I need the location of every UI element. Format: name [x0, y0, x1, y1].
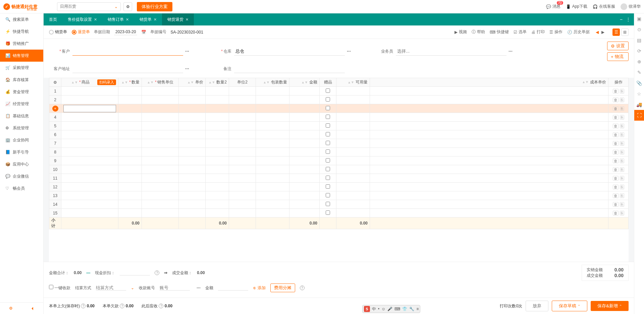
gift-checkbox[interactable]	[326, 123, 330, 128]
table-row[interactable]: 13🗑⎘	[49, 191, 629, 200]
toolbar-历史单据[interactable]: 🕘历史单据	[567, 29, 590, 35]
col-cost[interactable]: ▲▼成本单价	[370, 78, 608, 87]
tab-3[interactable]: 销货单✕	[134, 13, 162, 25]
sidebar-item-12[interactable]: 📦应用中心	[0, 158, 43, 170]
delete-row-icon[interactable]: 🗑	[613, 176, 619, 181]
customer-lookup-icon[interactable]: ⋯	[185, 49, 189, 54]
gift-checkbox[interactable]	[326, 176, 330, 180]
gift-checkbox[interactable]	[326, 210, 330, 215]
delete-row-icon[interactable]: 🗑	[613, 132, 619, 137]
right-item-truck[interactable]: 🚚	[634, 99, 644, 110]
close-icon[interactable]: ✕	[154, 17, 157, 22]
table-row[interactable]: 4🗑⎘	[49, 113, 629, 122]
toolbar-打印[interactable]: 🖨打印	[531, 29, 545, 35]
gift-checkbox[interactable]	[326, 115, 330, 119]
delete-row-icon[interactable]: 🗑	[613, 167, 619, 172]
product-cell-input[interactable]	[63, 105, 116, 112]
ime-tool-icon[interactable]: 🔧	[409, 307, 414, 311]
collapse-gear-icon[interactable]: ⚙	[9, 306, 13, 311]
copy-row-icon[interactable]: ⎘	[620, 106, 624, 111]
close-icon[interactable]: ✕	[126, 17, 129, 22]
delete-row-icon[interactable]: 🗑	[613, 159, 619, 163]
right-item-expand[interactable]: ⛶	[634, 110, 644, 121]
right-item-1[interactable]: ▣	[634, 13, 644, 24]
settings-gear-button[interactable]: ⚙	[123, 2, 132, 11]
col-amount[interactable]: ▲▼金额	[289, 78, 320, 87]
toolbar-帮助[interactable]: ⓘ帮助	[472, 29, 485, 35]
sidebar-item-0[interactable]: 🔍搜索菜单	[0, 13, 43, 25]
scan-button[interactable]: 扫码录入	[97, 79, 116, 85]
toolbar-快捷键[interactable]: ⌨快捷键	[490, 29, 509, 35]
ime-mic-icon[interactable]: 🎤	[387, 307, 392, 311]
account-input[interactable]	[160, 285, 190, 291]
toolbar-视频[interactable]: ▶视频	[454, 29, 467, 35]
copy-row-icon[interactable]: ⎘	[620, 193, 624, 198]
delete-row-icon[interactable]: 🗑	[613, 115, 619, 120]
table-row[interactable]: 6🗑⎘	[49, 130, 629, 139]
app-download[interactable]: 📱 App下载	[566, 4, 587, 9]
user-menu[interactable]: 徐泽华	[621, 3, 641, 10]
copy-row-icon[interactable]: ⎘	[620, 132, 624, 137]
delete-row-icon[interactable]: 🗑	[613, 141, 619, 146]
discount-input[interactable]	[120, 270, 150, 275]
table-row[interactable]: 5🗑⎘	[49, 122, 629, 130]
gift-checkbox[interactable]	[326, 158, 330, 163]
gift-checkbox[interactable]	[326, 167, 330, 171]
col-product[interactable]: ▲▼*商品扫码录入	[61, 78, 118, 87]
ime-emoji-icon[interactable]: ☺	[381, 307, 385, 311]
tab-2[interactable]: 销售订单✕	[102, 13, 134, 25]
table-row[interactable]: 2🗑⎘	[49, 96, 629, 104]
table-row[interactable]: 8🗑⎘	[49, 148, 629, 156]
help-icon[interactable]: ?	[300, 286, 305, 290]
abandon-button[interactable]: 放弃	[526, 301, 548, 311]
delete-row-icon[interactable]: 🗑	[613, 106, 619, 111]
message-button[interactable]: 💬 消息 70	[546, 4, 560, 9]
right-item-2[interactable]: ⊙	[634, 24, 644, 35]
sidebar-item-9[interactable]: ⚙系统管理	[0, 122, 43, 134]
sidebar-item-8[interactable]: 📋基础信息	[0, 110, 43, 122]
toolbar-选单[interactable]: ☑选单	[514, 29, 527, 35]
tab-close-all[interactable]: −	[620, 17, 623, 22]
delete-row-icon[interactable]: 🗑	[613, 202, 619, 207]
ime-menu-icon[interactable]: ≡	[416, 307, 419, 311]
sidebar-item-5[interactable]: 🏠库存核算	[0, 74, 43, 86]
col-packqty[interactable]: ▲▼包装数量	[256, 78, 289, 87]
ime-keyboard-icon[interactable]: ⌨	[394, 307, 400, 311]
onekey-checkbox[interactable]: 一键收款	[49, 285, 70, 291]
radio-sales[interactable]: 销货单	[49, 29, 67, 35]
copy-row-icon[interactable]: ⎘	[620, 167, 624, 172]
delete-row-icon[interactable]: 🗑	[613, 98, 619, 102]
calendar-icon[interactable]: 📅	[141, 30, 146, 35]
tab-options[interactable]: ⋮	[626, 17, 631, 22]
col-qty2[interactable]: ▲▼数量2	[206, 78, 229, 87]
tab-4[interactable]: 销货退货✕	[162, 13, 194, 25]
sidebar-item-1[interactable]: ⚡快捷导航	[0, 25, 43, 38]
salesperson-input[interactable]	[396, 47, 506, 56]
copy-row-icon[interactable]: ⎘	[620, 89, 624, 93]
save-new-button[interactable]: 保存&新增⌃	[591, 301, 629, 311]
address-input[interactable]	[72, 64, 183, 73]
delete-row-icon[interactable]: 🗑	[613, 193, 619, 198]
address-lookup-icon[interactable]: ⋯	[185, 66, 189, 71]
date-value[interactable]: 2023-03-20	[114, 29, 137, 35]
gift-checkbox[interactable]	[326, 97, 330, 102]
help-icon[interactable]: ?	[120, 304, 124, 308]
gift-checkbox[interactable]	[326, 149, 330, 154]
sidebar-item-10[interactable]: 🏢企业协同	[0, 134, 43, 146]
right-item-6[interactable]: ✎	[634, 67, 644, 78]
save-draft-button[interactable]: 保存草稿⌃	[552, 301, 587, 311]
copy-row-icon[interactable]: ⎘	[620, 159, 624, 163]
gift-checkbox[interactable]	[326, 184, 330, 189]
remark-input[interactable]	[234, 64, 345, 73]
sidebar-item-14[interactable]: ♡畅会员	[0, 182, 43, 194]
add-payment-button[interactable]: ⊕ 添加	[253, 285, 265, 291]
table-row[interactable]: 11🗑⎘	[49, 174, 629, 183]
gift-checkbox[interactable]	[326, 141, 330, 145]
sidebar-item-11[interactable]: 📘新手引导	[0, 146, 43, 158]
ime-punct-icon[interactable]: •	[378, 307, 379, 311]
col-price[interactable]: ▲▼单价	[179, 78, 206, 87]
help-icon[interactable]: ?	[155, 270, 159, 275]
settle-input[interactable]	[96, 285, 126, 291]
next-icon[interactable]: ▶	[601, 30, 604, 35]
help-icon[interactable]: ?	[159, 304, 163, 308]
